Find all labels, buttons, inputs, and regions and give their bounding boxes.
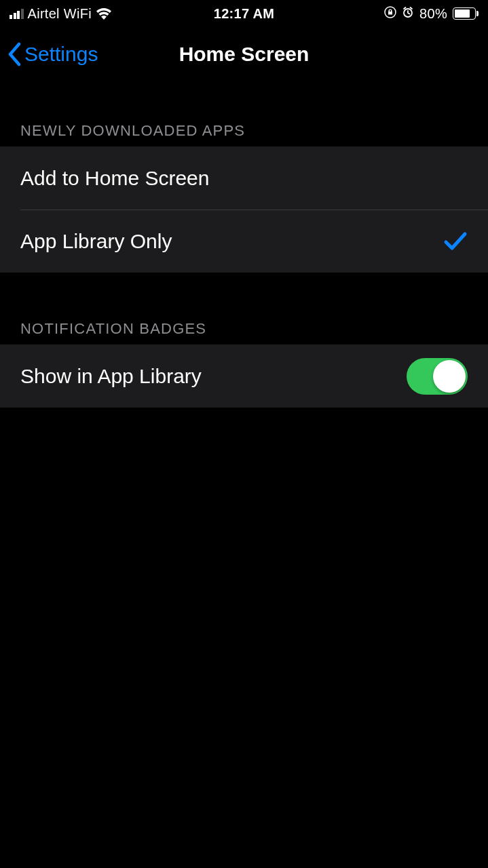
section-header-notification-badges: NOTIFICATION BADGES — [0, 273, 488, 344]
page-title: Home Screen — [179, 43, 309, 66]
option-add-to-home-screen[interactable]: Add to Home Screen — [0, 146, 488, 210]
chevron-left-icon — [7, 42, 22, 66]
status-time: 12:17 AM — [214, 6, 274, 22]
status-bar: Airtel WiFi 12:17 AM 80% — [0, 0, 488, 27]
notification-badges-group: Show in App Library — [0, 344, 488, 408]
cellular-signal-icon — [10, 8, 24, 19]
status-left: Airtel WiFi — [10, 6, 112, 22]
row-label: Show in App Library — [20, 365, 202, 388]
back-button[interactable]: Settings — [0, 42, 98, 66]
back-label: Settings — [24, 43, 98, 66]
battery-percent-label: 80% — [419, 6, 447, 22]
newly-downloaded-group: Add to Home Screen App Library Only — [0, 146, 488, 273]
nav-bar: Settings Home Screen — [0, 27, 488, 81]
alarm-icon — [402, 6, 414, 22]
orientation-lock-icon — [384, 6, 396, 22]
wifi-icon — [96, 7, 112, 20]
row-show-in-app-library: Show in App Library — [0, 344, 488, 408]
status-right: 80% — [384, 6, 478, 22]
battery-icon — [453, 7, 478, 20]
option-label: Add to Home Screen — [20, 167, 209, 190]
checkmark-icon — [443, 231, 468, 252]
option-label: App Library Only — [20, 230, 172, 253]
show-in-app-library-toggle[interactable] — [407, 358, 468, 395]
carrier-label: Airtel WiFi — [28, 6, 92, 22]
content-area: NEWLY DOWNLOADED APPS Add to Home Screen… — [0, 81, 488, 408]
section-header-newly-downloaded: NEWLY DOWNLOADED APPS — [0, 81, 488, 146]
toggle-knob — [433, 360, 466, 393]
option-app-library-only[interactable]: App Library Only — [0, 210, 488, 273]
